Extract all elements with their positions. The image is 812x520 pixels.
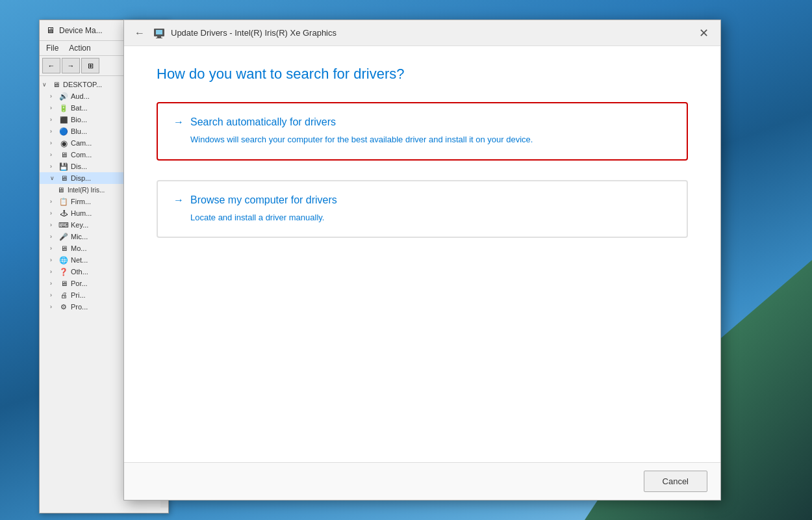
dialog-title-icon	[153, 27, 166, 40]
dialog-close-button[interactable]: ✕	[694, 24, 713, 42]
update-drivers-dialog: ← Update Drivers - Intel(R) Iris(R) Xe G…	[123, 20, 721, 500]
dialog-content: How do you want to search for drivers? →…	[124, 46, 720, 462]
menu-file[interactable]: File	[44, 42, 61, 54]
browse-title: → Browse my computer for drivers	[173, 194, 671, 206]
svg-rect-3	[156, 38, 162, 38]
dialog-title-text: Update Drivers - Intel(R) Iris(R) Xe Gra…	[171, 28, 694, 38]
root-label: DESKTOP...	[63, 81, 102, 88]
toolbar-forward[interactable]: →	[62, 58, 80, 73]
toolbar-grid[interactable]: ⊞	[81, 58, 99, 73]
cancel-button[interactable]: Cancel	[644, 471, 707, 492]
search-auto-desc: Windows will search your computer for th…	[173, 133, 671, 146]
svg-rect-1	[156, 30, 162, 34]
browse-arrow: →	[173, 194, 184, 206]
root-expand-arrow: ∨	[42, 81, 49, 88]
device-manager-icon: 🖥	[45, 26, 55, 35]
svg-rect-2	[157, 36, 161, 38]
dialog-footer: Cancel	[124, 462, 720, 500]
search-auto-title: → Search automatically for drivers	[173, 116, 671, 128]
dialog-heading: How do you want to search for drivers?	[157, 66, 688, 83]
dialog-titlebar: ← Update Drivers - Intel(R) Iris(R) Xe G…	[124, 20, 720, 46]
search-auto-arrow: →	[173, 116, 184, 128]
menu-action[interactable]: Action	[66, 42, 93, 54]
search-auto-option[interactable]: → Search automatically for drivers Windo…	[157, 102, 688, 161]
toolbar-back[interactable]: ←	[42, 58, 60, 73]
browse-option[interactable]: → Browse my computer for drivers Locate …	[157, 180, 688, 239]
root-icon: 🖥	[51, 80, 61, 89]
browse-desc: Locate and install a driver manually.	[173, 211, 671, 224]
dialog-back-button[interactable]: ←	[132, 25, 147, 41]
